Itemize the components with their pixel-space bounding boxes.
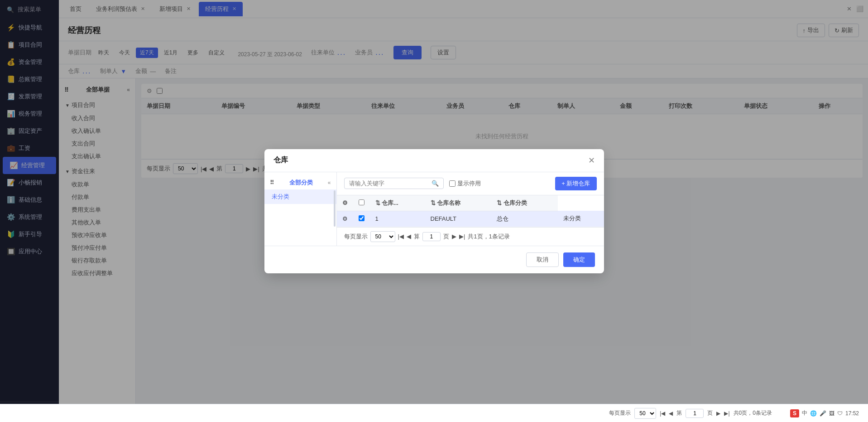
modal-table-wrap: ⚙ ⇅ 仓库... ⇅ 仓库名称 ⇅ 仓库分类 ⚙ 1 [337,195,604,227]
modal-prev-btn[interactable]: ◀ [407,233,411,240]
keyword-search-input[interactable] [349,180,429,187]
modal-right: 🔍 显示停用 + 新增仓库 ⚙ ⇅ 仓库... [337,172,604,246]
taskbar-time: 17:52 [845,410,859,417]
row-category: 未分类 [558,211,604,227]
modal-left-toggle[interactable]: « [328,179,331,186]
taskbar-icon4: 🖼 [829,410,834,417]
taskbar-per-page-label: 每页显示 [609,409,631,417]
modal-th-name: ⇅ 仓库名称 [425,195,492,211]
modal-body: ⠿ 全部分类 « 未分类 🔍 显示停用 [264,172,604,246]
taskbar-per-page-select[interactable]: 50 [634,408,656,419]
row-num: 1 [370,211,425,227]
modal-per-page-select[interactable]: 50 100 [370,231,395,242]
search-box: 🔍 [344,178,444,189]
modal-footer-pagination: 每页显示 50 100 |◀ ◀ 算 页 ▶ ▶| 共1页，1条记录 [344,231,510,242]
taskbar-icon5: 🛡 [837,410,843,417]
show-disabled-checkbox[interactable] [449,180,456,187]
show-disabled-label: 显示停用 [457,179,481,188]
search-icon2[interactable]: 🔍 [432,180,439,187]
taskbar-prev-first[interactable]: |◀ [660,410,665,417]
taskbar-prev[interactable]: ◀ [669,410,673,417]
taskbar-system-icons: S 中 🌐 🎤 🖼 🛡 17:52 [790,409,859,417]
modal-last-btn[interactable]: ▶| [459,233,465,240]
add-warehouse-button[interactable]: + 新增仓库 [555,177,596,190]
modal-th-category: ⇅ 仓库分类 [491,195,558,211]
taskbar-page-input[interactable] [686,409,704,418]
modal-title: 仓库 [273,155,288,165]
taskbar-icon1: 中 [802,409,807,417]
modal-select-all[interactable] [359,199,364,205]
taskbar-total: 共0页，0条记录 [734,409,772,417]
modal-left-title: 全部分类 [289,179,313,187]
modal-footer-btns: 取消 确定 [264,246,604,273]
taskbar: 每页显示 50 |◀ ◀ 第 页 ▶ ▶| 共0页，0条记录 S 中 🌐 🎤 🖼… [0,404,868,422]
taskbar-next-last[interactable]: ▶| [724,410,729,417]
modal-overlay: 仓库 ✕ ⠿ 全部分类 « 未分类 🔍 [0,0,868,422]
modal-total-label: 共1页，1条记录 [468,233,509,241]
modal-left: ⠿ 全部分类 « 未分类 [264,172,337,246]
taskbar-page-label: 第 [676,409,682,417]
modal-next-btn[interactable]: ▶ [452,233,456,240]
modal-page-input[interactable] [422,232,441,241]
taskbar-icon3: 🎤 [820,410,826,417]
modal-left-header: ⠿ 全部分类 « [264,176,336,189]
confirm-button[interactable]: 确定 [563,252,595,267]
modal-toolbar: 🔍 显示停用 + 新增仓库 [337,172,604,195]
modal-footer-bar: 每页显示 50 100 |◀ ◀ 算 页 ▶ ▶| 共1页，1条记录 [337,227,604,246]
modal-first-btn[interactable]: |◀ [398,233,404,240]
modal-th-gear: ⚙ [337,195,353,211]
taskbar-page-unit: 页 [707,409,713,417]
modal-close-button[interactable]: ✕ [588,155,595,165]
row-gear: ⚙ [337,211,353,227]
modal-th-checkbox [353,195,370,211]
modal-table: ⚙ ⇅ 仓库... ⇅ 仓库名称 ⇅ 仓库分类 ⚙ 1 [337,195,604,227]
row-name: 总仓 [491,211,558,227]
taskbar-icon2: 🌐 [810,410,817,417]
table-row[interactable]: ⚙ 1 DEFAULT 总仓 未分类 [337,211,604,227]
taskbar-pagination: 每页显示 50 |◀ ◀ 第 页 ▶ ▶| 共0页，0条记录 [9,408,772,419]
modal-per-page-label: 每页显示 [344,233,368,241]
modal-page-label: 算 [414,233,420,241]
row-checkbox [353,211,370,227]
taskbar-next[interactable]: ▶ [716,410,720,417]
modal-left-uncategorized[interactable]: 未分类 [264,189,336,204]
modal-scrollbar [334,190,336,227]
warehouse-modal: 仓库 ✕ ⠿ 全部分类 « 未分类 🔍 [264,149,604,273]
all-categories-icon: ⠿ [270,179,274,186]
row-select-checkbox[interactable] [359,215,364,221]
modal-page-unit: 页 [443,233,449,241]
modal-header: 仓库 ✕ [264,149,604,172]
modal-th-num: ⇅ 仓库... [370,195,425,211]
taskbar-logo: S [790,409,799,417]
cancel-button[interactable]: 取消 [526,252,559,267]
show-disabled-option: 显示停用 [449,179,481,188]
row-code: DEFAULT [425,211,492,227]
